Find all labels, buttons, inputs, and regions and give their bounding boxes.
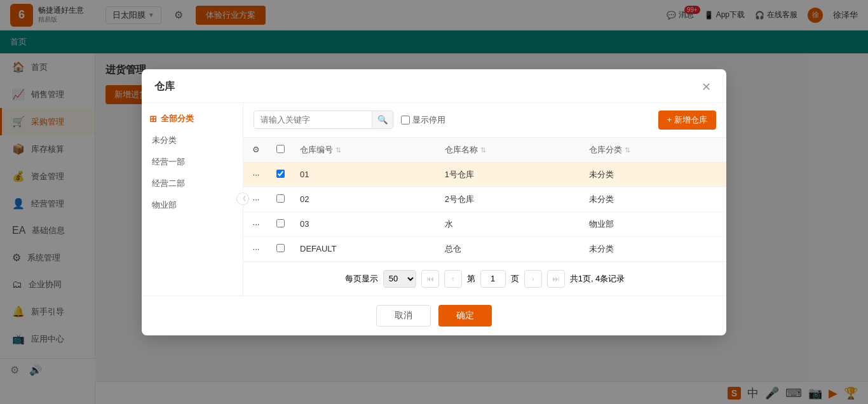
grid-icon: ⊞: [149, 114, 157, 124]
row-cb-0[interactable]: [269, 162, 292, 187]
modal-close-btn[interactable]: ✕: [698, 79, 714, 95]
category-panel: ⊞ 全部分类 未分类 经营一部 经营二部 物业部 《: [142, 103, 243, 295]
modal-body: ⊞ 全部分类 未分类 经营一部 经营二部 物业部 《 🔍: [142, 103, 726, 295]
show-disabled-text: 显示停用: [412, 114, 445, 126]
row-checkbox-0[interactable]: [276, 170, 285, 178]
row-name-2: 水: [437, 212, 582, 236]
th-checkbox: [269, 138, 292, 163]
page-last-btn[interactable]: ⏭: [547, 270, 565, 288]
table-row[interactable]: ··· 03 水 物业部: [243, 212, 726, 236]
row-name-1: 2号仓库: [437, 187, 582, 212]
page-first-btn[interactable]: ⏮: [421, 270, 439, 288]
page-text: 第: [467, 273, 475, 285]
table-row[interactable]: ··· DEFAULT 总仓 未分类: [243, 236, 726, 261]
row-actions-2[interactable]: ···: [243, 212, 269, 236]
category-ops2[interactable]: 经营二部: [142, 173, 243, 194]
content-panel: 🔍 显示停用 + 新增仓库 ⚙: [243, 103, 726, 295]
category-ops1[interactable]: 经营一部: [142, 151, 243, 173]
cancel-btn[interactable]: 取消: [376, 305, 431, 327]
row-code-0: 01: [292, 162, 437, 187]
search-input[interactable]: [254, 111, 372, 128]
th-gear: ⚙: [243, 138, 269, 163]
warehouse-table: ⚙ 仓库编号⇅ 仓库名称⇅ 仓库分类⇅ ··· 01 1号仓库 未分类 ···: [243, 138, 726, 262]
per-page-label: 每页显示: [345, 273, 378, 285]
row-checkbox-3[interactable]: [276, 244, 285, 252]
table-row[interactable]: ··· 01 1号仓库 未分类: [243, 162, 726, 187]
category-property[interactable]: 物业部: [142, 194, 243, 216]
th-name: 仓库名称⇅: [437, 138, 582, 163]
warehouse-modal: 仓库 ✕ ⊞ 全部分类 未分类 经营一部 经营二部 物业部 《: [142, 69, 726, 335]
page-input[interactable]: [480, 270, 506, 288]
modal-footer: 取消 确定: [142, 295, 726, 335]
row-name-3: 总仓: [437, 236, 582, 261]
collapse-btn[interactable]: 《: [236, 192, 249, 205]
modal-overlay: 仓库 ✕ ⊞ 全部分类 未分类 经营一部 经营二部 物业部 《: [0, 0, 868, 404]
row-actions-3[interactable]: ···: [243, 236, 269, 261]
row-checkbox-2[interactable]: [276, 219, 285, 227]
th-category: 仓库分类⇅: [581, 138, 726, 163]
row-category-0: 未分类: [581, 162, 726, 187]
th-code: 仓库编号⇅: [292, 138, 437, 163]
row-code-3: DEFAULT: [292, 236, 437, 261]
row-category-1: 未分类: [581, 187, 726, 212]
page-prev-btn[interactable]: ‹: [444, 270, 462, 288]
total-info: 共1页, 4条记录: [570, 273, 625, 285]
row-checkbox-1[interactable]: [276, 194, 285, 203]
modal-header: 仓库 ✕: [142, 69, 726, 103]
category-all[interactable]: ⊞ 全部分类: [142, 108, 243, 130]
search-bar: 🔍 显示停用 + 新增仓库: [243, 103, 726, 138]
category-unclassified[interactable]: 未分类: [142, 130, 243, 151]
pagination: 每页显示 50 100 200 ⏮ ‹ 第 页 › ⏭ 共1页, 4条记录: [243, 262, 726, 295]
search-btn[interactable]: 🔍: [372, 111, 393, 128]
table-row[interactable]: ··· 02 2号仓库 未分类: [243, 187, 726, 212]
row-name-0: 1号仓库: [437, 162, 582, 187]
row-cb-1[interactable]: [269, 187, 292, 212]
row-actions-0[interactable]: ···: [243, 162, 269, 187]
select-all-checkbox[interactable]: [276, 145, 285, 153]
show-disabled-label[interactable]: 显示停用: [401, 114, 445, 126]
table: ⚙ 仓库编号⇅ 仓库名称⇅ 仓库分类⇅ ··· 01 1号仓库 未分类 ···: [243, 138, 726, 262]
page-suffix: 页: [511, 273, 519, 285]
page-next-btn[interactable]: ›: [524, 270, 542, 288]
row-category-2: 物业部: [581, 212, 726, 236]
confirm-btn[interactable]: 确定: [438, 305, 492, 327]
row-code-1: 02: [292, 187, 437, 212]
table-header-row: ⚙ 仓库编号⇅ 仓库名称⇅ 仓库分类⇅: [243, 138, 726, 163]
row-code-2: 03: [292, 212, 437, 236]
row-category-3: 未分类: [581, 236, 726, 261]
show-disabled-checkbox[interactable]: [401, 116, 410, 125]
per-page-select[interactable]: 50 100 200: [383, 270, 416, 288]
new-warehouse-btn[interactable]: + 新增仓库: [658, 111, 716, 130]
category-all-label: 全部分类: [161, 113, 194, 125]
row-cb-2[interactable]: [269, 212, 292, 236]
modal-title: 仓库: [154, 80, 175, 93]
search-input-wrap: 🔍: [254, 111, 393, 129]
row-cb-3[interactable]: [269, 236, 292, 261]
